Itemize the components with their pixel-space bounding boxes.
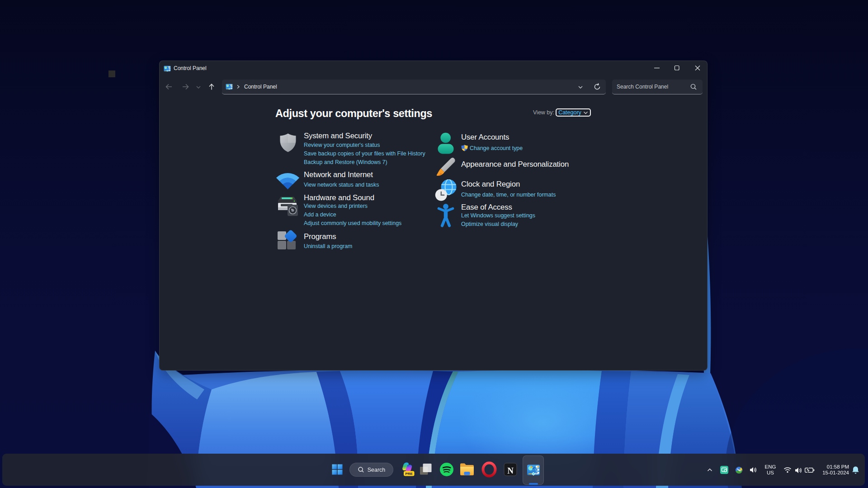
svg-text:PRE: PRE — [405, 472, 413, 476]
svg-text:N: N — [507, 466, 514, 475]
